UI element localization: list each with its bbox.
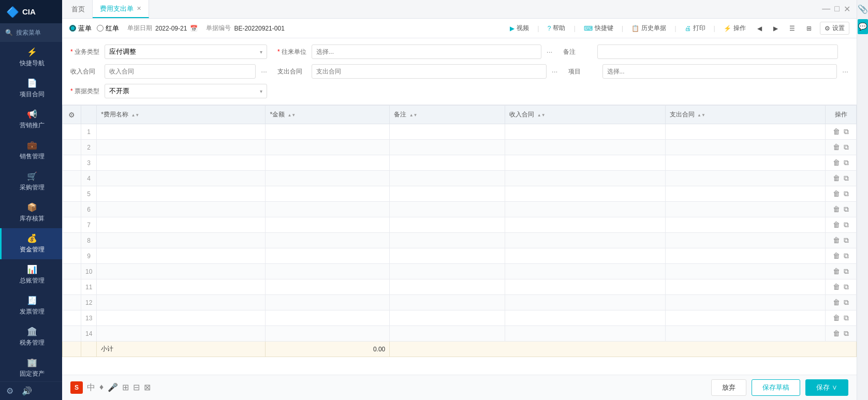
expense-contract-cell[interactable] [665,279,825,295]
sidebar-item-marketing[interactable]: 📢营销推广 [0,104,62,135]
sidebar-item-invoice[interactable]: 🧾发票管理 [0,290,62,321]
amount-cell[interactable] [266,202,390,217]
note-cell[interactable] [390,295,505,310]
action-video[interactable]: ▶ 视频 [507,23,532,34]
income-contract-cell[interactable] [505,171,665,186]
expense-name-cell[interactable] [97,186,266,202]
amount-cell[interactable] [266,155,390,171]
action-shortcut[interactable]: ⌨ 快捷键 [581,23,616,34]
view-grid[interactable]: ⊞ [803,24,815,33]
expense-name-cell[interactable] [97,295,266,310]
expense-contract-cell[interactable] [665,202,825,217]
settings-icon[interactable]: ⚙ [6,386,13,396]
invoice-type-select[interactable]: 不开票 ▾ [105,84,267,98]
delete-icon[interactable]: 🗑 [833,220,840,229]
delete-icon[interactable]: 🗑 [833,329,840,337]
copy-icon[interactable]: ⧉ [844,314,849,322]
amount-cell[interactable] [266,264,390,279]
partner-dots-icon[interactable]: ··· [547,48,553,56]
income-contract-cell[interactable] [505,295,665,310]
sidebar-item-project-contract[interactable]: 📄项目合同 [0,73,62,104]
expense-name-cell[interactable] [97,124,266,140]
note-cell[interactable] [390,186,505,202]
delete-icon[interactable]: 🗑 [833,236,840,244]
sidebar-item-tax[interactable]: 🏛️税务管理 [0,321,62,352]
income-contract-cell[interactable] [505,279,665,295]
th-expense-name[interactable]: *费用名称 ▲▼ [97,106,266,124]
income-contract-dots-icon[interactable]: ··· [261,67,267,76]
income-contract-cell[interactable] [505,124,665,140]
delete-icon[interactable]: 🗑 [833,251,840,260]
note-cell[interactable] [390,248,505,264]
copy-icon[interactable]: ⧉ [844,220,849,229]
amount-cell[interactable] [266,248,390,264]
expense-name-cell[interactable] [97,310,266,326]
note-cell[interactable] [390,171,505,186]
chat-icon[interactable]: 💬 [858,19,868,34]
expense-contract-cell[interactable] [665,186,825,202]
blue-bill-radio[interactable]: 蓝单 [69,24,92,33]
note-cell[interactable] [390,310,505,326]
tab-home[interactable]: 首页 [64,0,93,18]
red-bill-radio[interactable]: 红单 [97,24,119,33]
copy-icon[interactable]: ⧉ [844,143,849,151]
income-contract-cell[interactable] [505,140,665,155]
set-button[interactable]: ⚙ 设置 [820,22,849,35]
delete-icon[interactable]: 🗑 [833,158,840,167]
income-contract-input[interactable] [105,64,256,79]
sort-note[interactable]: ▲▼ [409,113,418,117]
sidebar-item-purchase[interactable]: 🛒采购管理 [0,166,62,197]
save-button[interactable]: 保存 ∨ [805,379,848,396]
delete-icon[interactable]: 🗑 [833,127,840,136]
expense-contract-input[interactable] [312,64,547,79]
delete-icon[interactable]: 🗑 [833,205,840,213]
amount-cell[interactable] [266,140,390,155]
income-contract-cell[interactable] [505,264,665,279]
window-maximize[interactable]: □ [834,4,840,14]
income-contract-cell[interactable] [505,217,665,233]
income-contract-cell[interactable] [505,186,665,202]
expense-name-cell[interactable] [97,233,266,248]
tool-grid1[interactable]: ⊞ [122,382,129,393]
sidebar-item-sales[interactable]: 💼销售管理 [0,135,62,166]
expense-contract-dots-icon[interactable]: ··· [552,67,558,76]
delete-icon[interactable]: 🗑 [833,174,840,182]
sort-income-contract[interactable]: ▲▼ [537,113,546,117]
nav-next[interactable]: ▶ [770,24,781,33]
th-amount[interactable]: *金额 ▲▼ [266,106,390,124]
attachment-icon[interactable]: 📎 [858,4,868,14]
note-cell[interactable] [390,264,505,279]
copy-icon[interactable]: ⧉ [844,251,849,260]
expense-name-cell[interactable] [97,279,266,295]
copy-icon[interactable]: ⧉ [844,298,849,306]
tool-mic[interactable]: 🎤 [108,382,118,393]
note-input[interactable] [597,45,838,59]
income-contract-cell[interactable] [505,326,665,342]
amount-cell[interactable] [266,310,390,326]
copy-icon[interactable]: ⧉ [844,158,849,167]
expense-contract-cell[interactable] [665,140,825,155]
action-history[interactable]: 📋 历史单据 [628,23,669,34]
income-contract-cell[interactable] [505,233,665,248]
amount-cell[interactable] [266,186,390,202]
delete-icon[interactable]: 🗑 [833,267,840,275]
note-cell[interactable] [390,202,505,217]
copy-icon[interactable]: ⧉ [844,236,849,244]
th-income-contract[interactable]: 收入合同 ▲▼ [505,106,665,124]
delete-icon[interactable]: 🗑 [833,314,840,322]
sidebar-search[interactable]: 🔍 搜索菜单 [0,23,62,42]
window-close[interactable]: ✕ [844,4,850,14]
project-dots-icon[interactable]: ··· [842,67,848,76]
tab-expense-close[interactable]: ✕ [137,5,141,12]
expense-contract-cell[interactable] [665,217,825,233]
note-cell[interactable] [390,217,505,233]
discard-button[interactable]: 放弃 [711,379,746,396]
delete-icon[interactable]: 🗑 [833,189,840,198]
copy-icon[interactable]: ⧉ [844,283,849,291]
sidebar-item-inventory[interactable]: 📦库存核算 [0,197,62,228]
income-contract-cell[interactable] [505,310,665,326]
income-contract-cell[interactable] [505,202,665,217]
th-note[interactable]: 备注 ▲▼ [390,106,505,124]
expense-name-cell[interactable] [97,248,266,264]
expense-contract-cell[interactable] [665,124,825,140]
